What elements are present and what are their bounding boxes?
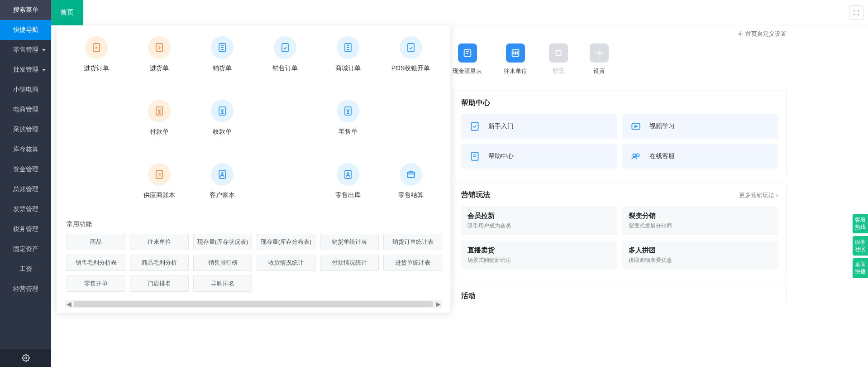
flow-零售结算[interactable]: 零售结算: [379, 163, 442, 217]
sidebar-item-6[interactable]: 库存核算: [0, 140, 51, 159]
help-item-2[interactable]: 帮助中心: [461, 144, 617, 169]
float-btn-0[interactable]: 客服热线: [853, 214, 868, 233]
flow-label: 供应商账本: [143, 191, 175, 199]
quick-往来单位[interactable]: 往来单位: [504, 43, 527, 75]
svg-rect-16: [407, 172, 415, 178]
sidebar-item-9[interactable]: 发票管理: [0, 199, 51, 219]
quick-label: 设置: [593, 67, 605, 75]
yen-icon: [211, 100, 234, 122]
flow-label: 商城订单: [335, 64, 361, 72]
help-item-0[interactable]: 新手入门: [461, 114, 617, 139]
sidebar-item-5[interactable]: 采购管理: [0, 120, 51, 140]
flow-label: 销货单: [213, 64, 232, 72]
marketing-item-2[interactable]: 直播卖货场景式购物新玩法: [461, 241, 617, 270]
help-label: 新手入门: [488, 122, 514, 130]
sidebar-item-7[interactable]: 资金管理: [0, 159, 51, 179]
sidebar-item-12[interactable]: 工资: [0, 259, 51, 279]
quick-icon: [506, 43, 525, 63]
flow-零售出库[interactable]: 零售出库: [316, 163, 379, 217]
marketing-item-sub: 场景式购物新玩法: [467, 256, 610, 264]
flow-收款单[interactable]: 收款单: [191, 100, 253, 154]
common-btn-11[interactable]: 进货单统计表: [383, 255, 442, 271]
flow-进货订单[interactable]: 进货订单: [65, 36, 128, 91]
doc-check-icon: [400, 36, 422, 59]
tab-home[interactable]: 首页: [51, 0, 83, 25]
common-btn-0[interactable]: 商品: [67, 234, 125, 250]
quick-icon: [590, 43, 609, 63]
scroll-right-arrow[interactable]: ▶: [434, 300, 442, 308]
yen-icon: [337, 100, 359, 122]
fullscreen-button[interactable]: [849, 5, 863, 20]
marketing-more-label: 更多营销玩法: [739, 191, 774, 199]
quick-设置[interactable]: 设置: [590, 43, 609, 75]
common-btn-7[interactable]: 商品毛利分析: [130, 255, 189, 271]
sidebar-item-11[interactable]: 固定资产: [0, 239, 51, 259]
homepage-customize-link[interactable]: 首页自定义设置: [453, 27, 787, 43]
flyout-scrollbar[interactable]: ◀ ▶: [65, 300, 442, 308]
flow-供应商账本[interactable]: 供供应商账本: [128, 163, 191, 217]
common-btn-4[interactable]: 销货单统计表: [320, 234, 379, 250]
flow-销货单[interactable]: 销货单: [191, 36, 253, 91]
flow-label: POS收银开单: [391, 64, 430, 72]
flow-付款单[interactable]: 付款单: [128, 100, 191, 154]
marketing-item-3[interactable]: 多人拼团拼团购物享受优惠: [622, 241, 778, 270]
doc-out-icon: [148, 36, 171, 59]
common-btn-12[interactable]: 零售开单: [67, 275, 125, 292]
flow-销售订单[interactable]: 销售订单: [253, 36, 316, 91]
flow-客户账本[interactable]: 客户账本: [191, 163, 253, 217]
common-btn-6[interactable]: 销售毛利分析表: [67, 255, 125, 271]
quick-label: 现金流量表: [453, 67, 482, 75]
sidebar-item-8[interactable]: 总账管理: [0, 179, 51, 199]
common-btn-13[interactable]: 门店排名: [130, 275, 189, 292]
marketing-item-1[interactable]: 裂变分销裂变式发展分销商: [622, 206, 778, 235]
common-btn-3[interactable]: 现存量(库存分布表): [257, 234, 315, 250]
sidebar-search[interactable]: 搜索菜单: [0, 0, 51, 20]
flow-商城订单[interactable]: 商城订单: [316, 36, 379, 91]
flow-进货单[interactable]: 进货单: [128, 36, 191, 91]
list-icon: [211, 36, 234, 59]
common-btn-8[interactable]: 销售排行榜: [193, 255, 252, 271]
flow-label: 付款单: [150, 128, 169, 136]
common-btn-1[interactable]: 往来单位: [130, 234, 189, 250]
marketing-more-link[interactable]: 更多营销玩法 ›: [739, 191, 778, 199]
sidebar-item-10[interactable]: 税务管理: [0, 219, 51, 239]
supplier-icon: 供: [148, 163, 171, 186]
float-btn-1[interactable]: 服务社区: [853, 236, 868, 256]
chevron-right-icon: ›: [776, 192, 778, 198]
sidebar-item-4[interactable]: 电商管理: [0, 100, 51, 120]
flow-label: 零售结算: [398, 191, 424, 199]
sidebar-item-1[interactable]: 零售管理: [0, 40, 51, 60]
common-btn-2[interactable]: 现存量(库存状况表): [193, 234, 252, 250]
help-item-1[interactable]: 视频学习: [622, 114, 778, 139]
help-icon: [467, 119, 482, 134]
sidebar-item-3[interactable]: 小畅电商: [0, 80, 51, 100]
sidebar-item-13[interactable]: 经营管理: [0, 279, 51, 299]
scroll-left-arrow[interactable]: ◀: [65, 300, 73, 308]
float-btn-2[interactable]: 桌面快捷: [853, 258, 868, 278]
common-btn-9[interactable]: 收款情况统计: [257, 255, 315, 271]
quick-现金流量表[interactable]: 现金流量表: [453, 43, 482, 75]
quick-暂无[interactable]: 暂无: [549, 43, 568, 75]
common-btn-5[interactable]: 销货订单统计表: [383, 234, 442, 250]
marketing-title: 营销玩法: [461, 190, 490, 200]
sidebar-item-2[interactable]: 批发管理: [0, 60, 51, 80]
customer-icon: [211, 163, 234, 186]
quick-label: 往来单位: [504, 67, 527, 75]
quick-icon: [549, 43, 568, 63]
sidebar-item-0[interactable]: 快捷导航: [0, 20, 51, 40]
common-btn-10[interactable]: 付款情况统计: [320, 255, 379, 271]
scrollbar-thumb[interactable]: [74, 301, 433, 307]
chevron-down-icon: [42, 49, 46, 51]
chevron-down-icon: [42, 69, 46, 71]
marketing-item-0[interactable]: 会员拉新吸引用户成为会员: [461, 206, 617, 235]
help-icon: [629, 149, 643, 164]
sidebar-settings[interactable]: [0, 349, 51, 367]
common-btn-14[interactable]: 导购排名: [193, 275, 252, 292]
list-icon: [337, 36, 359, 59]
flow-POS收银开单[interactable]: POS收银开单: [379, 36, 442, 91]
svg-rect-6: [408, 43, 414, 52]
float-buttons: 客服热线服务社区桌面快捷: [853, 214, 868, 278]
help-item-3[interactable]: 在线客服: [622, 144, 778, 169]
flow-零售单[interactable]: 零售单: [316, 100, 379, 154]
svg-rect-20: [556, 51, 561, 56]
